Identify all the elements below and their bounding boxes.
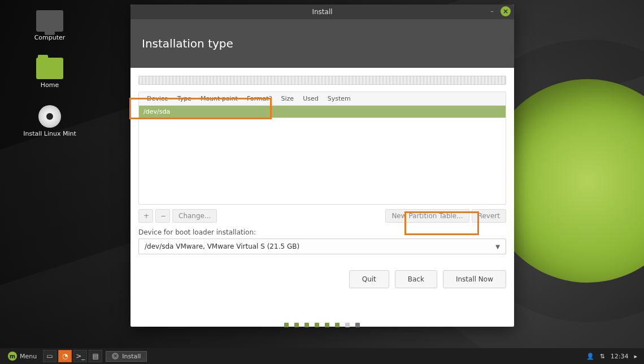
install-now-button[interactable]: Install Now bbox=[443, 270, 506, 288]
close-button[interactable]: × bbox=[501, 6, 511, 16]
desktop-icon-label: Install Linux Mint bbox=[23, 130, 76, 137]
clock[interactable]: 12:34 bbox=[611, 353, 629, 360]
menu-label: Menu bbox=[20, 353, 37, 360]
desktop-icon-label: Home bbox=[41, 81, 59, 89]
start-menu-button[interactable]: m Menu bbox=[3, 350, 41, 362]
close-icon: × bbox=[503, 7, 508, 15]
back-button[interactable]: Back bbox=[395, 270, 437, 288]
quit-button[interactable]: Quit bbox=[349, 270, 389, 288]
revert-button[interactable]: Revert bbox=[472, 209, 506, 223]
pager-dot bbox=[335, 323, 340, 327]
pager-dot bbox=[325, 323, 329, 327]
device-cell: /dev/sda bbox=[143, 108, 170, 115]
col-system: System bbox=[323, 94, 355, 103]
partition-ruler bbox=[138, 76, 506, 85]
pager-dot-current bbox=[345, 323, 350, 327]
show-desktop-button[interactable]: ▭ bbox=[43, 350, 56, 362]
taskbar-task-install[interactable]: ✕ Install bbox=[106, 351, 147, 362]
partition-table-header: Device Type Mount point Format? Size Use… bbox=[139, 92, 506, 106]
bootloader-label: Device for boot loader installation: bbox=[138, 228, 506, 236]
titlebar[interactable]: Install – × bbox=[130, 5, 514, 19]
col-device: Device bbox=[142, 94, 173, 103]
task-label: Install bbox=[122, 353, 141, 360]
firefox-icon: ◔ bbox=[62, 352, 68, 360]
add-partition-button[interactable]: + bbox=[138, 209, 153, 223]
tray-collapse-icon[interactable]: ▸ bbox=[634, 353, 637, 360]
pager-dot bbox=[304, 323, 309, 327]
desktop-icon-install-mint[interactable]: Install Linux Mint bbox=[19, 105, 81, 137]
task-indicator-icon: ✕ bbox=[112, 353, 119, 359]
pager-dot bbox=[284, 323, 289, 327]
system-tray: 👤 ⇅ 12:34 ▸ bbox=[586, 353, 641, 360]
monitor-icon bbox=[36, 10, 63, 32]
bootloader-device-select[interactable]: /dev/sda VMware, VMware Virtual S (21.5 … bbox=[138, 239, 506, 254]
desktop-icon-computer[interactable]: Computer bbox=[24, 10, 75, 41]
disc-icon bbox=[38, 105, 61, 128]
change-partition-button[interactable]: Change... bbox=[172, 209, 217, 223]
col-format: Format? bbox=[242, 94, 277, 103]
remove-partition-button[interactable]: − bbox=[155, 209, 170, 223]
col-type: Type bbox=[173, 94, 196, 103]
minimize-button[interactable]: – bbox=[487, 6, 497, 16]
taskbar: m Menu ▭ ◔ >_ ▤ ✕ Install 👤 ⇅ 12:34 ▸ bbox=[0, 348, 644, 364]
col-size: Size bbox=[277, 94, 299, 103]
chevron-down-icon: ▼ bbox=[495, 244, 500, 250]
files-icon: ▤ bbox=[93, 352, 99, 360]
page-heading-bar: Installation type bbox=[130, 19, 514, 68]
network-icon[interactable]: ⇅ bbox=[600, 353, 605, 360]
installer-pager bbox=[284, 323, 360, 327]
bootloader-selected: /dev/sda VMware, VMware Virtual S (21.5 … bbox=[145, 242, 299, 250]
firefox-launcher[interactable]: ◔ bbox=[58, 350, 72, 362]
partition-table[interactable]: Device Type Mount point Format? Size Use… bbox=[138, 92, 506, 205]
new-partition-table-button[interactable]: New Partition Table... bbox=[385, 209, 469, 223]
pager-dot bbox=[315, 323, 319, 327]
pager-dot bbox=[294, 323, 299, 327]
window-title: Install bbox=[312, 8, 332, 16]
desktop-icon-home[interactable]: Home bbox=[24, 58, 75, 89]
desktop-icon: ▭ bbox=[47, 352, 53, 360]
pager-dot bbox=[355, 323, 360, 327]
partition-row-selected[interactable]: /dev/sda bbox=[139, 106, 506, 118]
col-mount: Mount point bbox=[196, 94, 242, 103]
terminal-icon: >_ bbox=[76, 352, 85, 360]
files-launcher[interactable]: ▤ bbox=[89, 350, 102, 362]
terminal-launcher[interactable]: >_ bbox=[73, 350, 87, 362]
mint-logo-icon: m bbox=[8, 352, 17, 361]
page-title: Installation type bbox=[142, 37, 233, 50]
folder-icon bbox=[36, 58, 63, 79]
installer-window: Install – × Installation type Device Typ… bbox=[130, 5, 514, 327]
user-icon[interactable]: 👤 bbox=[586, 353, 594, 360]
col-used: Used bbox=[298, 94, 323, 103]
